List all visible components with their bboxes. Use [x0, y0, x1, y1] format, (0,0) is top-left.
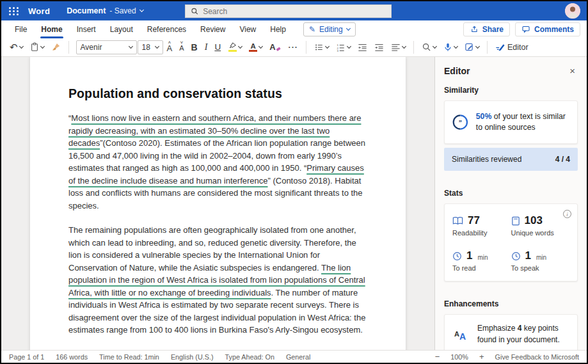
- italic-button[interactable]: I: [202, 40, 211, 54]
- similarities-reviewed-row[interactable]: Similarities reviewed 4 / 4: [444, 148, 578, 171]
- chevron-down-icon[interactable]: [139, 8, 144, 12]
- editing-mode-label: Editing: [319, 25, 343, 34]
- chevron-down-icon: [19, 44, 24, 48]
- bullet-list-button[interactable]: [311, 41, 332, 54]
- stat-unique-words: 103 Unique words: [511, 214, 570, 237]
- status-bar: Page 1 of 1 166 words Time to Read: 1min…: [1, 350, 587, 363]
- undo-button[interactable]: ↶: [6, 41, 26, 54]
- paste-button[interactable]: [27, 40, 47, 54]
- more-font-options-button[interactable]: ···: [285, 41, 302, 54]
- stats-section-title: Stats: [444, 189, 578, 198]
- search-input[interactable]: [203, 7, 386, 16]
- editor-pane-title: Editor: [444, 66, 470, 76]
- time-to-read-status[interactable]: Time to Read: 1min: [99, 353, 159, 361]
- document-page[interactable]: Population and conservation status “Most…: [30, 57, 406, 350]
- word-count-status[interactable]: 166 words: [56, 353, 88, 361]
- tab-layout[interactable]: Layout: [103, 20, 140, 38]
- increase-indent-button[interactable]: [371, 41, 387, 54]
- shrink-font-icon: A: [179, 45, 184, 52]
- home-ribbon-toolbar: ↶ Avenir 18 ˄A ˅: [1, 38, 587, 57]
- font-size-select[interactable]: 18: [138, 40, 163, 54]
- dictate-button[interactable]: [440, 40, 461, 54]
- stat-to-read: 1 min To read: [452, 249, 511, 272]
- share-label: Share: [482, 25, 504, 34]
- undo-icon: ↶: [10, 43, 18, 52]
- paragraph[interactable]: The remaining populations are often geog…: [68, 224, 367, 336]
- stat-label: Unique words: [511, 229, 570, 237]
- emphasize-text: Emphasize 4 key points found in your doc…: [477, 323, 569, 345]
- document-body: “Most lions now live in eastern and sout…: [68, 112, 367, 350]
- decrease-indent-button[interactable]: [354, 41, 370, 54]
- align-icon: [391, 43, 401, 52]
- paragraph[interactable]: “Most lions now live in eastern and sout…: [68, 112, 367, 212]
- tab-review[interactable]: Review: [193, 20, 232, 38]
- increase-indent-icon: [374, 43, 384, 52]
- stat-label: To speak: [511, 264, 570, 272]
- comment-icon: [521, 25, 530, 33]
- language-status[interactable]: English (U.S.): [171, 353, 214, 361]
- text-run: A second population is located in the ar…: [68, 350, 354, 351]
- chevron-down-icon: [346, 26, 351, 30]
- tab-references[interactable]: References: [140, 20, 193, 38]
- align-button[interactable]: [388, 41, 409, 54]
- app-launcher-icon[interactable]: [9, 7, 19, 15]
- tab-view[interactable]: View: [232, 20, 263, 38]
- comments-button[interactable]: Comments: [515, 22, 580, 36]
- decrease-indent-icon: [358, 43, 367, 52]
- bold-button[interactable]: B: [188, 40, 201, 54]
- similarity-card[interactable]: ” 50% of your text is similar to online …: [444, 100, 578, 144]
- zoom-out-button[interactable]: −: [435, 352, 440, 361]
- search-bar[interactable]: [185, 4, 392, 18]
- document-title[interactable]: Document: [67, 6, 106, 15]
- stat-label: To read: [452, 264, 511, 272]
- stat-unit: min: [477, 254, 488, 262]
- sensitivity-button[interactable]: [461, 40, 482, 54]
- chevron-down-icon: [475, 44, 480, 48]
- share-button[interactable]: Share: [463, 22, 510, 36]
- tab-insert[interactable]: Insert: [70, 20, 103, 38]
- clear-formatting-button[interactable]: A: [266, 40, 284, 54]
- shrink-font-button[interactable]: ˅A: [176, 40, 187, 54]
- zoom-level[interactable]: 100%: [450, 353, 468, 361]
- text-run: The remaining populations are often geog…: [68, 225, 356, 273]
- font-color-icon: A: [249, 43, 257, 52]
- document-heading[interactable]: Population and conservation status: [68, 86, 367, 101]
- grow-font-button[interactable]: ˄A: [164, 40, 176, 54]
- text-highlight-button[interactable]: [225, 40, 245, 54]
- underline-button[interactable]: U: [211, 40, 224, 54]
- page-count-status[interactable]: Page 1 of 1: [9, 353, 44, 361]
- sensitivity-status[interactable]: General: [286, 353, 310, 361]
- chevron-down-icon: [402, 44, 406, 48]
- tab-help[interactable]: Help: [263, 20, 293, 38]
- paragraph[interactable]: A second population is located in the ar…: [68, 349, 367, 351]
- editing-mode-dropdown[interactable]: ✎ Editing: [303, 22, 356, 36]
- info-icon[interactable]: i: [563, 210, 571, 218]
- find-icon: [422, 42, 431, 52]
- font-color-button[interactable]: A: [246, 41, 266, 54]
- chevron-down-icon: [238, 44, 242, 48]
- editor-button[interactable]: Editor: [492, 40, 532, 54]
- reviewed-total: / 4: [559, 155, 570, 164]
- similarity-section-title: Similarity: [444, 86, 578, 95]
- emphasize-key-points-row[interactable]: A A Emphasize 4 key points found in your…: [445, 315, 577, 350]
- similarity-percent: 50%: [476, 112, 492, 121]
- title-bar: Word Document - Saved: [1, 1, 587, 20]
- format-painter-button[interactable]: [48, 40, 64, 54]
- pencil-icon: ✎: [309, 25, 315, 34]
- tab-home[interactable]: Home: [34, 20, 69, 38]
- account-avatar[interactable]: [565, 3, 580, 19]
- find-button[interactable]: [418, 40, 440, 54]
- svg-text:3: 3: [337, 49, 338, 52]
- tab-file[interactable]: File: [8, 20, 34, 38]
- numbered-list-button[interactable]: 1 2 3: [333, 41, 354, 54]
- editor-pane: Editor × Similarity ” 50% of your text i…: [434, 57, 587, 350]
- give-feedback-link[interactable]: Give Feedback to Microsoft: [495, 353, 579, 361]
- type-ahead-status[interactable]: Type Ahead: On: [225, 353, 274, 361]
- similarity-summary: 50% of your text is similar to online so…: [476, 111, 569, 134]
- stats-card: i 77 Readability: [444, 203, 578, 281]
- close-icon[interactable]: ×: [567, 65, 578, 77]
- underline-icon: U: [214, 42, 221, 52]
- zoom-in-button[interactable]: +: [479, 352, 484, 361]
- app-name[interactable]: Word: [28, 6, 50, 16]
- font-name-select[interactable]: Avenir: [76, 40, 137, 54]
